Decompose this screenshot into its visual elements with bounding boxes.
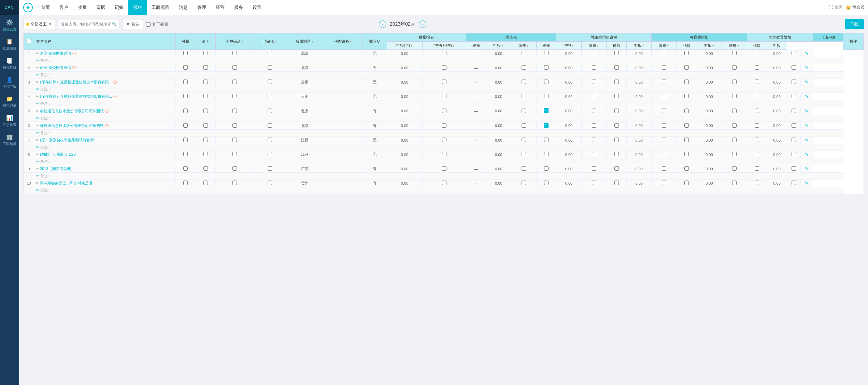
yh-shenb-check[interactable] <box>792 138 796 142</box>
df-jf-check[interactable] <box>755 94 759 98</box>
caibao-month-check[interactable] <box>442 94 446 98</box>
yiwanshui-check[interactable] <box>268 94 272 98</box>
pencil-icon[interactable]: ✏ <box>36 124 39 128</box>
caibao-month-check[interactable] <box>442 166 446 171</box>
df-shenb-check[interactable] <box>732 51 737 55</box>
note-pencil-icon[interactable]: ✏ <box>36 174 39 178</box>
qingka-check[interactable] <box>203 123 208 128</box>
df-shenb-check[interactable] <box>732 166 737 171</box>
df-shenb-check[interactable] <box>732 152 737 156</box>
zzs-jf-check[interactable] <box>544 181 549 185</box>
note-pencil-icon[interactable]: ✏ <box>36 87 39 91</box>
csjs-shenb-check[interactable] <box>592 109 596 113</box>
yh-shenb-check[interactable] <box>792 123 796 128</box>
employee-select[interactable]: 全部员工 ▼ <box>23 19 55 29</box>
df-shenb-check[interactable] <box>732 65 737 70</box>
df-jf-check[interactable] <box>755 80 759 84</box>
date-next-btn[interactable]: › <box>419 20 426 28</box>
yiwanshui-check[interactable] <box>268 166 272 171</box>
yiwanshui-check[interactable] <box>268 109 272 113</box>
jy-shenb-check[interactable] <box>662 181 666 185</box>
sidebar-item-baoshui-jilu[interactable]: 📁 报税记录 <box>0 91 19 111</box>
edit-btn[interactable]: ✎ <box>805 65 809 70</box>
qingka-check[interactable] <box>203 65 208 70</box>
csjs-jf-check[interactable] <box>614 94 619 98</box>
yh-shenb-check[interactable] <box>792 51 796 55</box>
yiwanshui-check[interactable] <box>268 123 272 128</box>
zzs-shenb-check[interactable] <box>522 152 526 156</box>
nav-fee[interactable]: 收费 <box>73 0 91 15</box>
csjs-jf-check[interactable] <box>614 80 619 84</box>
yh-shenb-check[interactable] <box>792 80 796 84</box>
csjs-jf-check[interactable] <box>614 138 619 142</box>
jy-shenb-check[interactable] <box>662 94 666 98</box>
zzs-jf-check[interactable] <box>544 152 549 156</box>
yiwanshui-check[interactable] <box>268 138 272 142</box>
confirm-check[interactable] <box>232 80 237 84</box>
jy-jf-check[interactable] <box>684 94 689 98</box>
confirm-check[interactable] <box>232 65 237 70</box>
yiwanshui-check[interactable] <box>268 65 272 70</box>
yh-shenb-check[interactable] <box>792 109 796 113</box>
df-jf-check[interactable] <box>755 65 759 70</box>
csjs-shenb-check[interactable] <box>592 138 596 142</box>
jy-jf-check[interactable] <box>684 138 689 142</box>
yh-shenb-check[interactable] <box>792 65 796 70</box>
yh-shenb-check[interactable] <box>792 166 796 171</box>
sidebar-item-gongshangnian[interactable]: 🏢 工商年报 <box>0 130 19 149</box>
edit-btn[interactable]: ✎ <box>805 166 809 171</box>
fullscreen-btn[interactable]: ⛶ 全屏 <box>829 4 842 10</box>
zzs-jf-check[interactable] <box>544 51 549 55</box>
jy-shenb-check[interactable] <box>662 51 666 55</box>
nav-service[interactable]: 服务 <box>229 0 248 15</box>
csjs-jf-check[interactable] <box>614 123 619 128</box>
zzs-shenb-check[interactable] <box>522 138 526 142</box>
yiwanshui-check[interactable] <box>268 51 272 55</box>
jy-shenb-check[interactable] <box>662 152 666 156</box>
jy-shenb-check[interactable] <box>662 109 666 113</box>
confirm-check[interactable] <box>232 166 237 171</box>
pencil-icon[interactable]: ✏ <box>36 66 39 70</box>
csjs-shenb-check[interactable] <box>592 123 596 128</box>
edit-btn[interactable]: ✎ <box>805 181 809 186</box>
chaoshui-check[interactable] <box>183 109 188 113</box>
csjs-shenb-check[interactable] <box>592 166 596 171</box>
note-pencil-icon[interactable]: ✏ <box>36 58 39 62</box>
yh-shenb-check[interactable] <box>792 94 796 98</box>
edit-btn[interactable]: ✎ <box>805 138 809 143</box>
csjs-jf-check[interactable] <box>614 152 619 156</box>
edit-btn[interactable]: ✎ <box>805 123 809 128</box>
zzs-jf-check[interactable] <box>544 94 549 98</box>
chaoshui-check[interactable] <box>183 51 188 55</box>
note-pencil-icon[interactable]: ✏ <box>36 145 39 149</box>
csjs-shenb-check[interactable] <box>592 51 596 55</box>
csjs-jf-check[interactable] <box>614 181 619 185</box>
pencil-icon[interactable]: ✏ <box>36 152 39 156</box>
zzs-shenb-check[interactable] <box>522 109 526 113</box>
confirm-check[interactable] <box>232 181 237 185</box>
jy-shenb-check[interactable] <box>662 123 666 128</box>
df-shenb-check[interactable] <box>732 94 737 98</box>
zzs-shenb-check[interactable] <box>522 80 526 84</box>
vip-btn[interactable]: 👑 稿会员 <box>846 4 865 10</box>
note-pencil-icon[interactable]: ✏ <box>36 131 39 135</box>
df-shenb-check[interactable] <box>732 80 737 84</box>
jy-shenb-check[interactable] <box>662 65 666 70</box>
csjs-shenb-check[interactable] <box>592 65 596 70</box>
nav-settings[interactable]: 设置 <box>248 0 266 15</box>
nav-biz[interactable]: 工商项目 <box>147 0 174 15</box>
note-pencil-icon[interactable]: ✏ <box>36 159 39 163</box>
chaoshui-check[interactable] <box>183 152 188 156</box>
pencil-icon[interactable]: ✏ <box>36 94 39 98</box>
zzs-jf-check[interactable] <box>544 65 549 70</box>
caibao-month-check[interactable] <box>442 138 446 142</box>
df-shenb-check[interactable] <box>732 123 737 128</box>
select-all-checkbox[interactable] <box>27 39 31 43</box>
jy-jf-check[interactable] <box>684 109 689 113</box>
csjs-jf-check[interactable] <box>614 51 619 55</box>
zzs-shenb-check[interactable] <box>522 51 526 55</box>
qingka-check[interactable] <box>203 166 208 171</box>
df-jf-check[interactable] <box>755 181 759 185</box>
name-tag-checkbox[interactable]: 名下标表 <box>146 22 168 27</box>
sidebar-item-huizong[interactable]: 📊 汇总摊缴 <box>0 111 19 130</box>
